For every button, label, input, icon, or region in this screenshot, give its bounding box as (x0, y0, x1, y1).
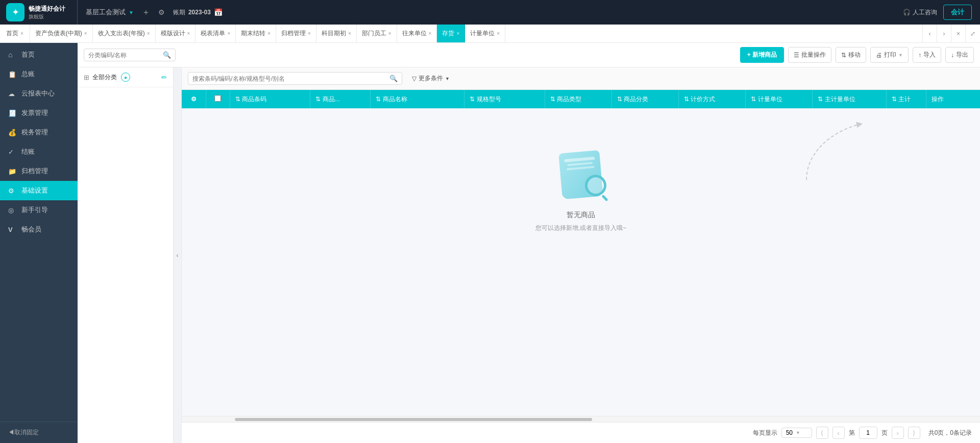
tab-close-icon[interactable]: × (187, 31, 190, 36)
sidebar-nav: ⌂ 首页 📋 总账 ☁ 云报表中心 🧾 发票管理 💰 税务管理 ✓ 结账 (0, 43, 78, 422)
horizontal-scrollbar[interactable] (182, 416, 980, 422)
unpin-button[interactable]: ◀取消固定 (0, 422, 78, 443)
first-page-button[interactable]: ⟨ (816, 427, 828, 439)
last-page-button[interactable]: ⟩ (908, 427, 920, 439)
sidebar-item-reports[interactable]: ☁ 云报表中心 (0, 84, 78, 103)
tab-close-icon[interactable]: × (429, 31, 432, 36)
calendar-icon[interactable]: 📅 (214, 8, 223, 16)
top-toolbar: 🔍 + 新增商品 ☰ 批量操作 ⇅ 移动 🖨 打印 ▼ (78, 43, 980, 67)
tab-bar: 首页 × 资产负债表(中期) × 收入支出表(年报) × 模版设计 × 税表清单… (0, 25, 980, 43)
per-page-chevron-icon: ▼ (796, 430, 800, 435)
sidebar-item-home[interactable]: ⌂ 首页 (0, 45, 78, 64)
all-categories-header[interactable]: ⊞ 全部分类 ● ✏ (78, 67, 173, 87)
tab-close-icon[interactable]: × (388, 31, 391, 36)
batch-operation-button[interactable]: ☰ 批量操作 (788, 47, 831, 63)
ledger-icon: 📋 (8, 71, 17, 78)
left-panel: ⊞ 全部分类 ● ✏ (78, 67, 174, 443)
print-chevron-icon: ▼ (898, 53, 903, 58)
col-type[interactable]: ⇅ 商品类型 (545, 90, 611, 108)
move-button[interactable]: ⇅ 移动 (836, 47, 866, 63)
add-product-button[interactable]: + 新增商品 (740, 47, 784, 63)
col-settings[interactable]: ⚙ (182, 90, 206, 108)
sidebar-item-archive[interactable]: 📁 归档管理 (0, 161, 78, 181)
tab-close-icon[interactable]: × (227, 31, 230, 36)
settings-icon-btn[interactable]: ⚙ (158, 8, 165, 16)
col-main-count[interactable]: ⇅ 主计 (886, 90, 926, 108)
tab-close-icon[interactable]: × (147, 31, 150, 36)
sidebar-item-ledger[interactable]: 📋 总账 (0, 64, 78, 84)
tab-tax[interactable]: 税表清单 × (195, 25, 236, 43)
page-number-input[interactable] (859, 427, 877, 439)
company-name: 基层工会测试 (86, 8, 126, 17)
col-unit[interactable]: ⇅ 计量单位 (746, 90, 813, 108)
cloud-icon: ☁ (8, 90, 17, 98)
collapse-panel-button[interactable]: ‹ (174, 67, 182, 443)
col-main-unit[interactable]: ⇅ 主计量单位 (813, 90, 886, 108)
sidebar-item-member[interactable]: V 畅会员 (0, 220, 78, 239)
sidebar-item-guide[interactable]: ◎ 新手引导 (0, 200, 78, 220)
export-button[interactable]: ↓ 导出 (945, 47, 974, 63)
tab-prev-button[interactable]: ‹ (923, 25, 937, 43)
tab-home[interactable]: 首页 × (0, 25, 30, 43)
tab-close-icon[interactable]: × (20, 31, 23, 36)
import-button[interactable]: ↑ 导入 (913, 47, 941, 63)
tab-unit[interactable]: 计量单位 × (465, 25, 505, 43)
tab-close-icon[interactable]: × (456, 31, 459, 36)
tab-close-icon[interactable]: × (84, 31, 87, 36)
product-search-icon[interactable]: 🔍 (389, 75, 398, 82)
company-chevron-icon: ▼ (129, 10, 134, 15)
col-pricing[interactable]: ⇅ 计价方式 (679, 90, 746, 108)
tab-next-button[interactable]: › (937, 25, 951, 43)
category-search-input[interactable] (88, 52, 161, 59)
tab-period-end[interactable]: 期末结转 × (236, 25, 276, 43)
consult-button[interactable]: 🎧 人工咨询 (903, 8, 937, 17)
page-content: 🔍 + 新增商品 ☰ 批量操作 ⇅ 移动 🖨 打印 ▼ (78, 43, 980, 443)
tab-dept-staff[interactable]: 部门员工 × (357, 25, 397, 43)
col-category[interactable]: ⇅ 商品分类 (611, 90, 678, 108)
col-name[interactable]: ⇅ 商品名称 (371, 90, 464, 108)
settings-icon: ⚙ (8, 187, 17, 195)
account-button[interactable]: 会计 (943, 5, 972, 20)
col-action: 操作 (926, 90, 980, 108)
tab-income[interactable]: 收入支出表(年报) × (93, 25, 156, 43)
tab-template[interactable]: 模版设计 × (156, 25, 196, 43)
tab-close-icon[interactable]: × (267, 31, 271, 36)
company-selector[interactable]: 基层工会测试 ▼ (86, 8, 134, 17)
arrow-decoration (796, 119, 868, 192)
sidebar-item-invoice[interactable]: 🧾 发票管理 (0, 103, 78, 123)
tab-close-icon[interactable]: × (308, 31, 311, 36)
tab-subject-init[interactable]: 科目期初 × (316, 25, 357, 43)
plus-icon: ＋ (142, 7, 150, 18)
per-page-select[interactable]: 50 ▼ (781, 428, 812, 438)
table-wrapper: ⚙ ⇅ 商品条码 ⇅ 商品... ⇅ 商品名称 (182, 90, 980, 416)
edit-categories-icon[interactable]: ✏ (161, 74, 167, 81)
sidebar-item-closing[interactable]: ✓ 结账 (0, 142, 78, 161)
tab-archive-mgmt[interactable]: 归档管理 × (276, 25, 316, 43)
tab-close-icon[interactable]: × (348, 31, 351, 36)
tab-close-all-button[interactable]: × (951, 25, 966, 43)
select-all-checkbox[interactable] (214, 95, 221, 102)
app-sub: 旗舰版 (29, 13, 65, 20)
print-button[interactable]: 🖨 打印 ▼ (870, 47, 909, 63)
sidebar-item-settings[interactable]: ⚙ 基础设置 (0, 181, 78, 200)
more-conditions-button[interactable]: ▽ 更多条件 ▼ (406, 72, 455, 85)
category-search-icon[interactable]: 🔍 (163, 51, 171, 59)
tab-expand-button[interactable]: ⤢ (966, 25, 980, 43)
product-search-box: 🔍 (188, 72, 402, 85)
prev-page-button[interactable]: ‹ (832, 427, 845, 439)
add-tab-button[interactable]: ＋ (142, 7, 150, 18)
tab-inventory[interactable]: 存货 × (437, 25, 465, 43)
category-search: 🔍 (84, 49, 176, 61)
tab-contacts[interactable]: 往来单位 × (397, 25, 437, 43)
col-spec[interactable]: ⇅ 规格型号 (464, 90, 545, 108)
tab-close-icon[interactable]: × (497, 31, 500, 36)
tab-balance[interactable]: 资产负债表(中期) × (30, 25, 93, 43)
sidebar-item-tax[interactable]: 💰 税务管理 (0, 123, 78, 142)
col-checkbox[interactable] (206, 90, 230, 108)
col-barcode[interactable]: ⇅ 商品条码 (230, 90, 310, 108)
col-code[interactable]: ⇅ 商品... (310, 90, 371, 108)
logo-icon: ✦ (6, 3, 24, 21)
product-search-input[interactable] (192, 75, 387, 82)
next-page-button[interactable]: › (892, 427, 904, 439)
period-display: 账期 2023-03 📅 (173, 8, 223, 17)
